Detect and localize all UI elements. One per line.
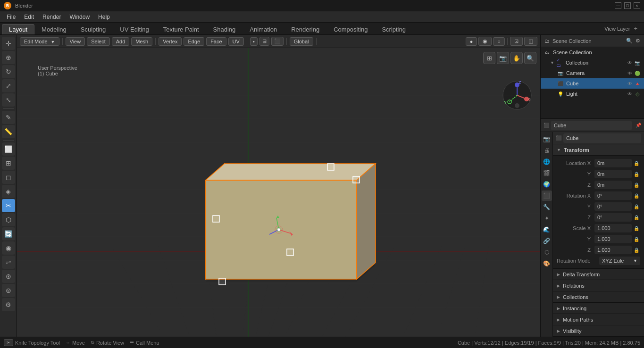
props-pin[interactable]: 📌 bbox=[636, 123, 641, 128]
tab-sculpting[interactable]: Sculpting bbox=[74, 24, 113, 34]
prop-rot-z-lock[interactable]: 🔒 bbox=[633, 214, 640, 221]
tool-options[interactable]: ⚙ bbox=[2, 298, 15, 311]
face-menu[interactable]: Face bbox=[206, 37, 226, 46]
menu-render[interactable]: Render bbox=[39, 13, 65, 21]
tab-texture-paint[interactable]: Texture Paint bbox=[156, 24, 206, 34]
maximize-button[interactable]: □ bbox=[624, 2, 631, 9]
tab-animation[interactable]: Animation bbox=[243, 24, 284, 34]
prop-rot-mode-value[interactable]: XYZ Eule ▼ bbox=[599, 257, 640, 265]
viewport[interactable]: Edit Mode ▼ View Select Add Mesh Vertex … bbox=[17, 35, 540, 337]
hand-button[interactable]: ✋ bbox=[510, 52, 523, 64]
mode-selector[interactable]: Edit Mode ▼ bbox=[20, 37, 59, 46]
add-workspace-button[interactable]: + bbox=[632, 25, 639, 32]
tab-uv-editing[interactable]: UV Editing bbox=[113, 24, 156, 34]
prop-rot-z-value[interactable]: 0° bbox=[594, 213, 632, 222]
view-menu[interactable]: View bbox=[66, 37, 85, 46]
prop-scale-z-lock[interactable]: 🔒 bbox=[633, 246, 640, 254]
outliner-collection[interactable]: ▼ ✓🗂 Collection 👁 📷 bbox=[541, 58, 644, 68]
menu-edit[interactable]: Edit bbox=[20, 13, 38, 21]
props-tab-view-layer[interactable]: 🌐 bbox=[542, 157, 552, 167]
close-button[interactable]: × bbox=[634, 2, 640, 9]
light-render-vis[interactable]: ◎ bbox=[634, 90, 641, 98]
menu-help[interactable]: Help bbox=[94, 13, 114, 21]
tool-extrude[interactable]: ⊞ bbox=[2, 157, 15, 170]
tool-shrink-fatten[interactable]: ⊛ bbox=[2, 270, 15, 283]
section-instancing-header[interactable]: ▶ Instancing bbox=[553, 303, 644, 314]
prop-loc-z-lock[interactable]: 🔒 bbox=[633, 181, 640, 189]
vertex-mode-btn[interactable]: • bbox=[250, 37, 258, 46]
tab-scripting[interactable]: Scripting bbox=[375, 24, 413, 34]
prop-rot-x-lock[interactable]: 🔒 bbox=[633, 192, 640, 199]
prop-loc-y-lock[interactable]: 🔒 bbox=[633, 170, 640, 178]
viewport-shading-rendered[interactable]: ○ bbox=[493, 37, 505, 46]
search-button[interactable]: 🔍 bbox=[524, 52, 536, 64]
tool-edge-slide[interactable]: ⇌ bbox=[2, 256, 15, 269]
prop-scale-z-value[interactable]: 1.000 bbox=[594, 246, 632, 254]
select-menu[interactable]: Select bbox=[87, 37, 110, 46]
props-tab-scene[interactable]: 🎬 bbox=[542, 168, 552, 178]
tool-measure[interactable]: 📏 bbox=[2, 125, 15, 138]
cube-render-vis[interactable]: 🔺 bbox=[634, 80, 641, 87]
outliner-filter-icon[interactable]: ⚙ bbox=[636, 38, 640, 44]
props-tab-output[interactable]: 🖨 bbox=[542, 145, 552, 156]
tool-push-pull[interactable]: ⊜ bbox=[2, 284, 15, 297]
tool-move[interactable]: ⊕ bbox=[2, 51, 15, 64]
tool-add-cube[interactable]: ⬜ bbox=[2, 142, 15, 156]
prop-rot-y-lock[interactable]: 🔒 bbox=[633, 203, 640, 210]
tab-shading[interactable]: Shading bbox=[206, 24, 243, 34]
tool-poly-build[interactable]: ⬡ bbox=[2, 213, 15, 226]
prop-scale-x-lock[interactable]: 🔒 bbox=[633, 224, 640, 232]
camera-render-vis[interactable]: 🟢 bbox=[634, 69, 641, 77]
prop-loc-y-value[interactable]: 0m bbox=[594, 170, 632, 178]
collection-visibility[interactable]: 👁 bbox=[626, 59, 634, 66]
prop-rot-x-value[interactable]: 0° bbox=[594, 191, 632, 200]
prop-scale-y-value[interactable]: 1.000 bbox=[594, 235, 632, 243]
add-menu[interactable]: Add bbox=[112, 37, 130, 46]
uv-menu[interactable]: UV bbox=[228, 37, 244, 46]
object-name-input[interactable]: Cube bbox=[563, 133, 641, 143]
props-tab-physics[interactable]: 🌊 bbox=[542, 224, 552, 235]
tab-layout[interactable]: Layout bbox=[2, 24, 34, 34]
section-collections-header[interactable]: ▶ Collections bbox=[553, 291, 644, 303]
transform-orientation[interactable]: Global bbox=[290, 37, 313, 46]
props-object-name[interactable]: Cube bbox=[551, 121, 632, 130]
edge-menu[interactable]: Edge bbox=[184, 37, 204, 46]
section-transform-header[interactable]: ▼ Transform bbox=[553, 144, 644, 156]
minimize-button[interactable]: — bbox=[615, 2, 621, 9]
outliner-camera[interactable]: 📷 Camera 👁 🟢 bbox=[541, 68, 644, 78]
vertex-menu[interactable]: Vertex bbox=[159, 37, 182, 46]
mesh-menu[interactable]: Mesh bbox=[131, 37, 152, 46]
edge-mode-btn[interactable]: ⊟ bbox=[259, 37, 269, 46]
tool-cursor[interactable]: ✛ bbox=[2, 37, 15, 50]
prop-scale-x-value[interactable]: 1.000 bbox=[594, 224, 632, 232]
section-delta-header[interactable]: ▶ Delta Transform bbox=[553, 269, 644, 280]
menu-window[interactable]: Window bbox=[66, 13, 93, 21]
props-tab-constraints[interactable]: 🔗 bbox=[542, 236, 552, 246]
tab-rendering[interactable]: Rendering bbox=[284, 24, 326, 34]
overlay-button[interactable]: ⊡ bbox=[510, 37, 523, 46]
tool-spin[interactable]: 🔄 bbox=[2, 227, 15, 240]
face-mode-btn[interactable]: ⬛ bbox=[271, 37, 284, 46]
prop-loc-x-value[interactable]: 0m bbox=[594, 159, 632, 167]
tool-bevel[interactable]: ◈ bbox=[2, 185, 15, 198]
tool-annotate[interactable]: ✎ bbox=[2, 111, 15, 124]
prop-loc-x-lock[interactable]: 🔒 bbox=[633, 159, 640, 167]
prop-scale-y-lock[interactable]: 🔒 bbox=[633, 235, 640, 243]
section-motion-paths-header[interactable]: ▶ Motion Paths bbox=[553, 314, 644, 325]
tab-compositing[interactable]: Compositing bbox=[326, 24, 375, 34]
xray-button[interactable]: ◫ bbox=[524, 37, 537, 46]
outliner-search-icon[interactable]: 🔍 bbox=[626, 38, 633, 44]
props-tab-world[interactable]: 🌍 bbox=[542, 179, 552, 190]
tool-rotate[interactable]: ↻ bbox=[2, 65, 15, 78]
section-visibility-header[interactable]: ▶ Visibility bbox=[553, 325, 644, 337]
outliner-scene-collection[interactable]: 🗂 Scene Collection bbox=[541, 47, 644, 58]
props-tab-render[interactable]: 📷 bbox=[542, 134, 552, 144]
section-relations-header[interactable]: ▶ Relations bbox=[553, 280, 644, 291]
props-tab-particles[interactable]: ✦ bbox=[542, 213, 552, 224]
props-tab-modifier[interactable]: 🔧 bbox=[542, 202, 552, 212]
props-tab-data[interactable]: ⬡ bbox=[542, 247, 552, 257]
tab-modeling[interactable]: Modeling bbox=[34, 24, 74, 34]
viewport-shading-solid[interactable]: ● bbox=[466, 37, 477, 46]
menu-file[interactable]: File bbox=[3, 13, 19, 21]
tool-loop-cut[interactable]: ✂ bbox=[2, 199, 15, 212]
